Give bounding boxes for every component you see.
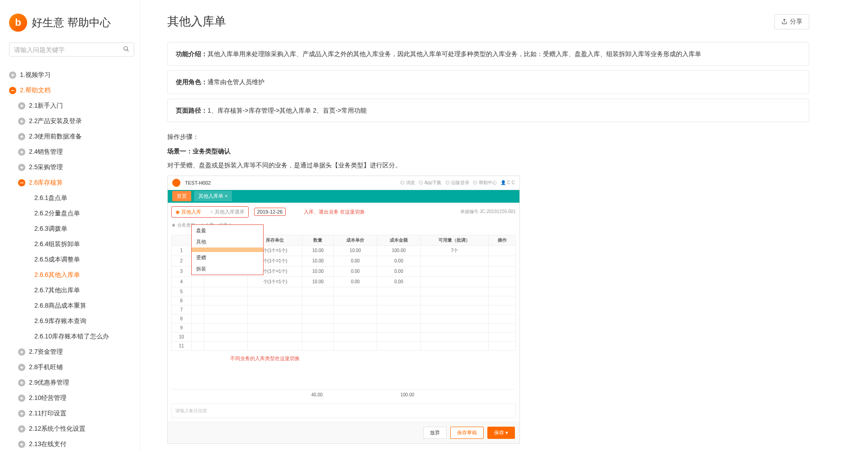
nav-item[interactable]: +1.视频学习 (9, 67, 134, 83)
nav-item-label: 2.5采购管理 (29, 163, 63, 171)
info-text: 1、库存核算->库存管理->其他入库单 2、首页->常用功能 (208, 107, 367, 114)
nav-item-label: 2.6.9库存账本查询 (34, 317, 86, 325)
nav-item-label: 2.8手机旺铺 (29, 363, 63, 371)
nav-item[interactable]: −2.6库存核算 (9, 175, 134, 190)
nav-item[interactable]: 2.6.7其他出库单 (9, 283, 134, 298)
nav-item-label: 2.3使用前数据准备 (29, 133, 82, 141)
expand-icon: + (18, 395, 25, 402)
info-box: 页面路径：1、库存核算->库存管理->其他入库单 2、首页->常用功能 (167, 99, 809, 122)
nav-item[interactable]: 2.6.9库存账本查询 (9, 314, 134, 329)
nav-list: +1.视频学习−2.帮助文档+2.1新手入门+2.2产品安装及登录+2.3使用前… (9, 67, 134, 452)
share-label: 分享 (790, 18, 802, 26)
nav-item[interactable]: +2.8手机旺铺 (9, 360, 134, 375)
search-icon[interactable] (123, 46, 129, 53)
svg-point-0 (124, 47, 127, 50)
nav-item-label: 2.10经营管理 (29, 394, 66, 402)
expand-icon: + (18, 410, 25, 417)
share-icon (781, 19, 788, 25)
nav-item[interactable]: 2.6.5成本调整单 (9, 252, 134, 267)
nav-item-label: 2.13在线支付 (29, 440, 66, 448)
nav-item-label: 2.6.8商品成本重算 (34, 302, 86, 310)
nav-item-label: 1.视频学习 (20, 71, 51, 79)
sp-logo-icon (172, 179, 180, 187)
nav-item[interactable]: 2.6.8商品成本重算 (9, 298, 134, 314)
nav-item[interactable]: +2.10经营管理 (9, 390, 134, 406)
nav-item[interactable]: +2.7资金管理 (9, 344, 134, 360)
steps-label: 操作步骤： (167, 133, 809, 141)
sp-tab-home: 首页 (172, 191, 191, 201)
search-input[interactable] (14, 46, 123, 53)
sp-tab-doc: 其他入库单 × (194, 191, 232, 201)
nav-item[interactable]: +2.3使用前数据准备 (9, 129, 134, 144)
main-content: 其他入库单 分享 功能介绍：其他入库单用来处理除采购入库、产成品入库之外的其他入… (140, 0, 827, 452)
sp-type-radio-group: ◉ 其他入库 ○ 其他入库退库 (171, 206, 249, 218)
embedded-screenshot: TEST-H002 ◎ 消息 ◎ App下载 ◎ 旧版登录 ◎ 帮助中心 👤 C… (167, 176, 520, 444)
info-box: 功能介绍：其他入库单用来处理除采购入库、产成品入库之外的其他入库业务，因此其他入… (167, 42, 809, 66)
nav-item[interactable]: 2.6.1盘点单 (9, 190, 134, 206)
nav-item-label: 2.12系统个性化设置 (29, 425, 85, 433)
nav-item[interactable]: +2.12系统个性化设置 (9, 421, 134, 437)
nav-item-label: 2.6.2分量盘点单 (34, 209, 80, 218)
sp-annotation2: 不同业务的入库类型在这里切换 (230, 355, 516, 362)
nav-item-label: 2.6.4组装拆卸单 (34, 240, 80, 248)
nav-item[interactable]: +2.9优惠券管理 (9, 375, 134, 390)
nav-item[interactable]: +2.13在线支付 (9, 437, 134, 452)
expand-icon: + (18, 148, 25, 156)
logo-area: b 好生意 帮助中心 (9, 14, 134, 32)
nav-item[interactable]: 2.6.4组装拆卸单 (9, 237, 134, 252)
expand-icon: + (18, 102, 25, 109)
nav-item-label: 2.6.1盘点单 (34, 194, 67, 202)
info-label: 使用角色： (176, 78, 208, 86)
sp-draft-button: 保存草稿 (450, 427, 484, 439)
info-label: 功能介绍： (176, 50, 208, 57)
logo-icon: b (9, 14, 27, 32)
nav-item-label: 2.4销售管理 (29, 148, 63, 156)
search-box[interactable] (9, 43, 134, 57)
nav-item[interactable]: +2.1新手入门 (9, 98, 134, 114)
info-text: 通常由仓管人员维护 (208, 78, 264, 86)
nav-item-label: 2.6库存核算 (29, 179, 63, 187)
share-button[interactable]: 分享 (774, 14, 809, 29)
nav-item-label: 2.6.7其他出库单 (34, 286, 80, 295)
nav-item[interactable]: +2.4销售管理 (9, 144, 134, 160)
nav-item[interactable]: −2.帮助文档 (9, 83, 134, 98)
scenario1-title: 场景一：业务类型确认 (167, 147, 809, 156)
nav-item[interactable]: +2.11打印设置 (9, 406, 134, 421)
sp-cancel-button: 放弃 (423, 427, 447, 439)
sp-annotation1: 入库、退出业务 在这里切换 (304, 209, 365, 215)
nav-item[interactable]: 2.6.2分量盘点单 (9, 206, 134, 221)
nav-item[interactable]: 2.6.10库存账本错了怎么办 (9, 329, 134, 344)
nav-item-label: 2.6.6其他入库单 (34, 271, 80, 279)
nav-item[interactable]: 2.6.3调拨单 (9, 221, 134, 237)
expand-icon: + (18, 425, 25, 433)
nav-item-label: 2.6.10库存账本错了怎么办 (34, 333, 109, 341)
sp-save-button: 保存 ▾ (487, 427, 515, 439)
sp-top-links: ◎ 消息 ◎ App下载 ◎ 旧版登录 ◎ 帮助中心 👤 C C (400, 180, 515, 186)
scenario1-text: 对于受赠、盘盈或是拆装入库等不同的业务，是通过单据头【业务类型】进行区分。 (167, 160, 809, 171)
expand-icon: + (18, 348, 25, 356)
sp-date: 2019-12-26 (254, 208, 286, 216)
nav-item-label: 2.9优惠券管理 (29, 379, 69, 387)
nav-item-label: 2.6.3调拨单 (34, 225, 67, 233)
expand-icon: + (18, 118, 25, 125)
expand-icon: + (9, 71, 16, 79)
nav-item[interactable]: 2.6.6其他入库单 (9, 267, 134, 283)
svg-line-1 (127, 50, 129, 52)
nav-item-label: 2.11打印设置 (29, 409, 66, 418)
page-header: 其他入库单 分享 (167, 14, 809, 29)
nav-item[interactable]: +2.2产品安装及登录 (9, 114, 134, 129)
site-title: 好生意 帮助中心 (32, 15, 111, 30)
nav-item-label: 2.7资金管理 (29, 348, 63, 356)
sp-account: TEST-H002 (185, 180, 211, 186)
info-text: 其他入库单用来处理除采购入库、产成品入库之外的其他入库业务，因此其他入库单可处理… (208, 50, 701, 57)
nav-item-label: 2.1新手入门 (29, 102, 63, 110)
info-box: 使用角色：通常由仓管人员维护 (167, 70, 809, 94)
expand-icon: + (18, 133, 25, 140)
collapse-icon: − (18, 179, 25, 186)
sp-remark: 请输入备注信息 (171, 404, 516, 418)
expand-icon: + (18, 164, 25, 171)
page-title: 其他入库单 (167, 14, 226, 29)
info-label: 页面路径： (176, 107, 208, 114)
nav-item[interactable]: +2.5采购管理 (9, 160, 134, 175)
expand-icon: + (18, 379, 25, 386)
